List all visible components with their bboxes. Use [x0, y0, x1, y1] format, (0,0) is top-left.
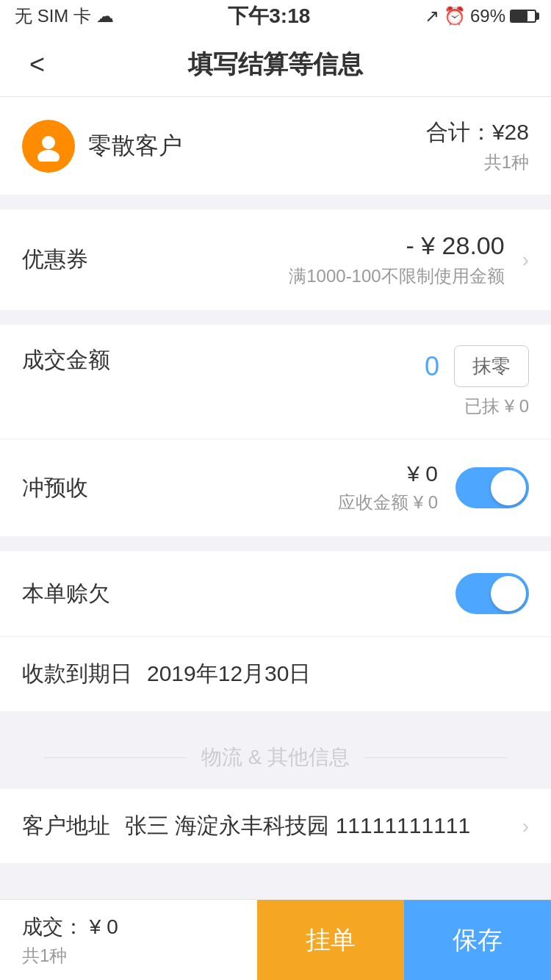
save-button[interactable]: 保存 — [404, 900, 551, 980]
bottom-deal-label: 成交： — [22, 915, 84, 938]
prepay-amount-info: ¥ 0 应收金额 ¥ 0 — [338, 461, 438, 514]
coupon-desc: 满1000-100不限制使用金额 — [289, 264, 504, 288]
bottom-info: 成交： ¥ 0 共1种 — [0, 900, 257, 980]
status-bar: 无 SIM 卡 ☁ 下午3:18 ↗ ⏰ 69% — [0, 0, 551, 32]
location-icon: ↗ — [425, 6, 439, 26]
battery-level: 69% — [470, 6, 505, 26]
customer-count: 共1种 — [426, 151, 529, 174]
toggle-knob — [491, 470, 526, 505]
logistics-divider: 物流 & 其他信息 — [0, 726, 551, 789]
alarm-icon: ⏰ — [444, 6, 466, 26]
customer-name: 零散客户 — [88, 130, 182, 162]
customer-total: 合计：¥28 — [426, 118, 529, 148]
status-time: 下午3:18 — [228, 2, 310, 30]
divider-2 — [0, 310, 551, 325]
debt-section: 本单赊欠 收款到期日 2019年12月30日 — [0, 551, 551, 711]
bottom-count: 共1种 — [22, 944, 235, 968]
transaction-value-row: 0 抹零 — [395, 345, 529, 387]
coupon-value: - ¥ 28.00 满1000-100不限制使用金额 › — [110, 231, 529, 288]
status-right: ↗ ⏰ 69% — [425, 6, 536, 26]
due-date-row: 收款到期日 2019年12月30日 — [0, 637, 551, 711]
debt-row: 本单赊欠 — [0, 551, 551, 637]
due-date-label: 收款到期日 — [22, 659, 132, 689]
address-row[interactable]: 客户地址 张三 海淀永丰科技园 11111111111 › — [0, 789, 551, 863]
coupon-chevron-icon: › — [522, 248, 529, 272]
divider-3 — [0, 536, 551, 551]
page-title: 填写结算等信息 — [188, 48, 363, 82]
battery-icon — [510, 10, 536, 23]
back-button[interactable]: < — [22, 42, 52, 87]
customer-section: 零散客户 合计：¥28 共1种 — [0, 97, 551, 195]
coupon-label: 优惠券 — [22, 245, 110, 275]
prepay-right: ¥ 0 应收金额 ¥ 0 — [338, 461, 529, 514]
bottom-deal-amount: ¥ 0 — [90, 915, 118, 938]
customer-total-info: 合计：¥28 共1种 — [426, 118, 529, 174]
debt-label: 本单赊欠 — [22, 579, 110, 609]
debt-toggle-knob — [491, 576, 526, 611]
bottom-deal: 成交： ¥ 0 — [22, 913, 235, 941]
round-button[interactable]: 抹零 — [454, 345, 529, 387]
divider-1 — [0, 195, 551, 209]
bottom-bar: 成交： ¥ 0 共1种 挂单 保存 — [0, 899, 551, 980]
address-chevron-icon: › — [522, 815, 529, 838]
divider-4 — [0, 711, 551, 726]
transaction-right: 0 抹零 已抹 ¥ 0 — [395, 345, 529, 418]
prepay-amount: ¥ 0 — [407, 461, 438, 486]
coupon-amount: - ¥ 28.00 — [406, 231, 504, 260]
prepay-row: 冲预收 ¥ 0 应收金额 ¥ 0 — [0, 439, 551, 536]
transaction-section: 成交金额 0 抹零 已抹 ¥ 0 冲预收 ¥ 0 应收金额 ¥ 0 — [0, 325, 551, 536]
address-value: 张三 海淀永丰科技园 11111111111 — [125, 811, 502, 841]
coupon-row[interactable]: 优惠券 - ¥ 28.00 满1000-100不限制使用金额 › — [0, 209, 551, 310]
svg-point-1 — [37, 150, 60, 162]
transaction-label: 成交金额 — [22, 345, 110, 375]
address-label: 客户地址 — [22, 811, 110, 841]
prepay-toggle[interactable] — [455, 467, 529, 508]
sim-status: 无 SIM 卡 ☁ — [15, 4, 114, 28]
content-area: 零散客户 合计：¥28 共1种 优惠券 - ¥ 28.00 满1000-100不… — [0, 97, 551, 980]
customer-avatar — [22, 120, 75, 173]
coupon-right: - ¥ 28.00 满1000-100不限制使用金额 — [289, 231, 504, 288]
coupon-section: 优惠券 - ¥ 28.00 满1000-100不限制使用金额 › — [0, 209, 551, 310]
transaction-row: 成交金额 0 抹零 已抹 ¥ 0 — [0, 325, 551, 439]
due-date-value: 2019年12月30日 — [147, 659, 311, 689]
status-left: 无 SIM 卡 ☁ — [15, 4, 114, 28]
logistics-label: 物流 & 其他信息 — [187, 746, 364, 768]
transaction-amount-value: 0 — [395, 351, 439, 382]
customer-info: 零散客户 — [22, 120, 182, 173]
prepay-sub: 应收金额 ¥ 0 — [338, 491, 438, 514]
svg-point-0 — [42, 136, 55, 149]
prepay-label: 冲预收 — [22, 473, 110, 503]
debt-toggle[interactable] — [455, 573, 529, 614]
hold-button[interactable]: 挂单 — [257, 900, 404, 980]
transaction-sub: 已抹 ¥ 0 — [464, 394, 529, 418]
nav-bar: < 填写结算等信息 — [0, 32, 551, 97]
